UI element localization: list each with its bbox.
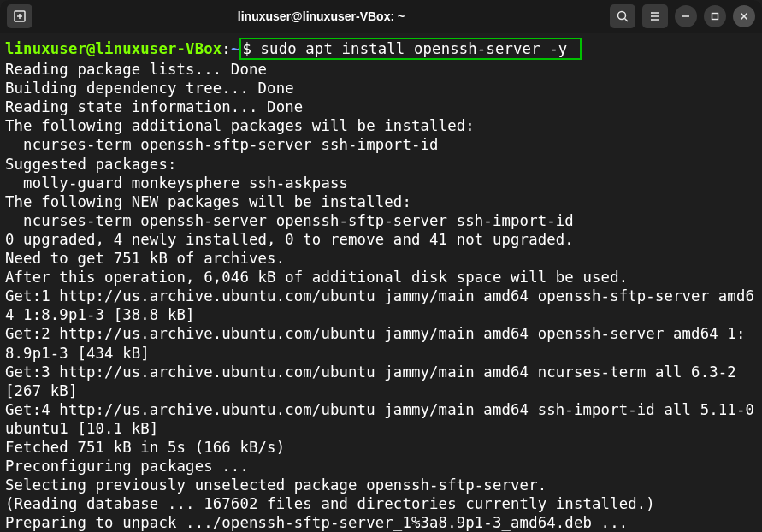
svg-point-3 bbox=[618, 12, 626, 20]
prompt-path: ~ bbox=[231, 40, 240, 57]
svg-rect-9 bbox=[712, 14, 718, 20]
command-text: sudo apt install openssh-server -y bbox=[261, 40, 568, 57]
output-line: Reading state information... Done bbox=[5, 98, 303, 115]
prompt-user-host: linuxuser@linuxuser-VBox bbox=[5, 40, 222, 57]
output-line: molly-guard monkeysphere ssh-askpass bbox=[5, 174, 348, 192]
output-line: Preparing to unpack .../openssh-sftp-ser… bbox=[5, 514, 628, 531]
window-title: linuxuser@linuxuser-VBox: ~ bbox=[238, 9, 405, 23]
output-line: The following additional packages will b… bbox=[5, 117, 475, 134]
close-button[interactable] bbox=[733, 5, 755, 27]
output-line: After this operation, 6,046 kB of additi… bbox=[5, 269, 628, 286]
command-highlight: $ sudo apt install openssh-server -y bbox=[239, 38, 582, 60]
output-line: The following NEW packages will be insta… bbox=[5, 193, 411, 210]
new-tab-button[interactable] bbox=[7, 4, 32, 28]
output-line: ncurses-term openssh-server openssh-sftp… bbox=[5, 212, 574, 229]
output-line: Get:4 http://us.archive.ubuntu.com/ubunt… bbox=[5, 401, 754, 437]
output-line: Selecting previously unselected package … bbox=[5, 476, 546, 494]
output-line: Preconfiguring packages ... bbox=[5, 458, 249, 475]
output-line: Get:2 http://us.archive.ubuntu.com/ubunt… bbox=[5, 325, 745, 361]
output-line: Need to get 751 kB of archives. bbox=[5, 250, 285, 267]
svg-line-4 bbox=[625, 19, 629, 22]
output-line: 0 upgraded, 4 newly installed, 0 to remo… bbox=[5, 231, 574, 248]
output-line: Fetched 751 kB in 5s (166 kB/s) bbox=[5, 439, 285, 456]
prompt-colon: : bbox=[222, 40, 231, 57]
output-line: Building dependency tree... Done bbox=[5, 80, 294, 97]
search-button[interactable] bbox=[610, 4, 635, 28]
output-line: Get:3 http://us.archive.ubuntu.com/ubunt… bbox=[5, 364, 745, 399]
hamburger-menu-button[interactable] bbox=[642, 4, 668, 28]
prompt-dollar: $ bbox=[242, 40, 260, 57]
output-line: ncurses-term openssh-sftp-server ssh-imp… bbox=[5, 136, 439, 153]
minimize-button[interactable] bbox=[675, 5, 697, 27]
output-line: (Reading database ... 167602 files and d… bbox=[5, 495, 655, 512]
output-line: Reading package lists... Done bbox=[5, 61, 267, 78]
output-line: Get:1 http://us.archive.ubuntu.com/ubunt… bbox=[5, 287, 754, 323]
output-line: Suggested packages: bbox=[5, 156, 177, 173]
window-titlebar: linuxuser@linuxuser-VBox: ~ bbox=[0, 0, 762, 33]
maximize-button[interactable] bbox=[704, 5, 726, 27]
terminal-body[interactable]: linuxuser@linuxuser-VBox:~$ sudo apt ins… bbox=[0, 33, 762, 532]
